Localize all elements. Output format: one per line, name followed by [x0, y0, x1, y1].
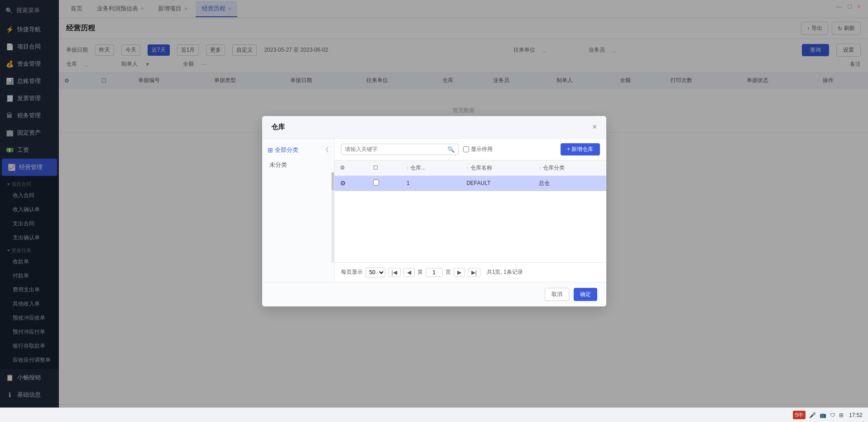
taskbar-icon-1: S中	[793, 411, 806, 419]
modal-col-code: ↕ 仓库...	[401, 160, 461, 176]
modal-search-box: 🔍	[341, 144, 459, 155]
show-disabled-checkbox-label[interactable]: 显示停用	[463, 146, 493, 153]
collapse-left-panel-btn[interactable]: 《	[322, 146, 329, 154]
taskbar-shield-icon: 🛡	[830, 412, 835, 418]
modal-col-checkbox: ☐	[368, 160, 401, 176]
row-settings-btn[interactable]: ⚙	[335, 175, 368, 191]
modal-col-settings: ⚙	[335, 160, 368, 176]
modal-page-label: 页	[446, 268, 451, 276]
modal-per-page-label: 每页显示	[341, 268, 363, 276]
close-window-btn[interactable]: ×	[857, 3, 861, 10]
left-panel-header: ⊞ 全部分类 《	[262, 143, 334, 158]
sort-icon-category: ↕	[539, 165, 541, 170]
modal-body: ⊞ 全部分类 《 未分类 🔍	[262, 139, 606, 282]
modal-first-page-btn[interactable]: |◀	[388, 268, 401, 277]
modal-footer: 取消 确定	[262, 282, 606, 306]
modal-next-page-btn[interactable]: ▶	[454, 268, 465, 277]
show-disabled-checkbox[interactable]	[463, 146, 469, 152]
modal-confirm-btn[interactable]: 确定	[574, 288, 597, 301]
modal-toolbar: 🔍 显示停用 + 新增仓库	[335, 139, 606, 160]
row-checkbox-cell[interactable]	[368, 175, 401, 191]
modal-data-table: ⚙ ☐ ↕ 仓库... ↕ 仓库名称 ↕	[335, 160, 606, 191]
modal-search-input[interactable]	[345, 146, 445, 152]
add-warehouse-btn[interactable]: + 新增仓库	[561, 143, 599, 155]
modal-col-category: ↕ 仓库分类	[533, 160, 606, 176]
modal-pagination: 每页显示 50 |◀ ◀ 算 页 ▶ ▶| 共1页, 1条记录	[335, 262, 606, 282]
left-panel-unclassified[interactable]: 未分类	[262, 158, 334, 172]
modal-title: 仓库	[271, 123, 285, 131]
warehouse-modal: 仓库 × ⊞ 全部分类 《 未分类	[262, 116, 606, 306]
row-checkbox[interactable]	[373, 179, 379, 185]
maximize-btn[interactable]: □	[848, 3, 851, 10]
taskbar: S中 🎤 📺 🛡 ⊞ 17:52	[0, 407, 868, 422]
row-id: 1	[401, 175, 461, 191]
modal-right-panel: 🔍 显示停用 + 新增仓库 ⚙ ☐ ↕	[335, 139, 606, 282]
modal-page-input[interactable]	[426, 268, 443, 277]
taskbar-icons: S中 🎤 📺 🛡 ⊞	[793, 411, 844, 419]
grid-icon: ⊞	[268, 146, 273, 154]
taskbar-more-icon: ⊞	[839, 412, 844, 418]
modal-col-name: ↕ 仓库名称	[461, 160, 533, 176]
sort-icon-name: ↕	[466, 165, 469, 170]
modal-total-label: 共1页, 1条记录	[487, 268, 523, 276]
all-categories-btn[interactable]: ⊞ 全部分类	[268, 146, 298, 154]
taskbar-time: 17:52	[849, 412, 863, 418]
row-name: 总仓	[533, 175, 606, 191]
sort-icon-code: ↕	[407, 165, 409, 170]
modal-close-btn[interactable]: ×	[592, 122, 597, 132]
modal-cancel-btn[interactable]: 取消	[545, 288, 569, 301]
taskbar-mic-icon: 🎤	[809, 412, 816, 418]
modal-table-container: ⚙ ☐ ↕ 仓库... ↕ 仓库名称 ↕	[335, 160, 606, 262]
settings-icon: ⚙	[340, 165, 345, 171]
table-row[interactable]: ⚙ 1 DEFAULT 总仓	[335, 175, 606, 191]
modal-page-word: 算	[417, 268, 423, 276]
modal-search-icon: 🔍	[447, 146, 455, 153]
modal-per-page-select[interactable]: 50	[365, 267, 385, 277]
modal-left-panel: ⊞ 全部分类 《 未分类	[262, 139, 335, 282]
row-code: DEFAULT	[461, 175, 533, 191]
modal-last-page-btn[interactable]: ▶|	[468, 268, 480, 277]
taskbar-screen-icon: 📺	[820, 412, 826, 418]
modal-table-header-row: ⚙ ☐ ↕ 仓库... ↕ 仓库名称 ↕	[335, 160, 606, 176]
minimize-btn[interactable]: —	[836, 3, 842, 10]
modal-prev-page-btn[interactable]: ◀	[403, 268, 415, 277]
modal-header: 仓库 ×	[262, 116, 606, 139]
